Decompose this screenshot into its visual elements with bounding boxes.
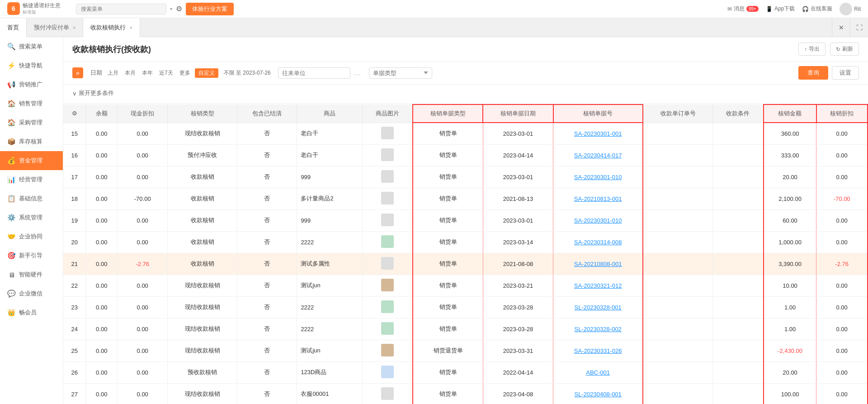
online-service-btn[interactable]: 🎧 在线客服 [802, 5, 832, 13]
sidebar-item-quicknav[interactable]: ⚡ 快捷导航 [0, 56, 63, 75]
cell-cash-discount: 0.00 [117, 231, 167, 253]
message-btn[interactable]: ✉ 消息 99+ [727, 5, 759, 13]
cell-verify-type: 现结收款核销 [168, 340, 237, 361]
cell-verify-voucher-no[interactable]: SA-20230321-012 [553, 275, 643, 296]
filter-collapse-btn[interactable]: » [72, 67, 83, 78]
th-verify-discount: 核销折扣 [816, 105, 868, 123]
th-config[interactable]: ⚙ [63, 105, 86, 123]
cell-verify-voucher-no[interactable]: SA-20230301-001 [553, 123, 643, 144]
sidebar-item-search[interactable]: 🔍 搜索菜单 [0, 37, 63, 56]
cell-verify-voucher-no[interactable]: SA-20230414-017 [553, 144, 643, 166]
cell-product-image [362, 318, 413, 340]
cell-verify-voucher-type: 销货单 [413, 166, 483, 188]
prev-month-link[interactable]: 上月 [106, 68, 120, 78]
gear-icon[interactable]: ⚙ [176, 5, 182, 13]
cell-include-settled: 否 [237, 318, 297, 340]
cell-product-image [362, 188, 413, 209]
settings-btn[interactable]: 设置 [832, 66, 859, 80]
cell-balance: 0.00 [86, 383, 117, 404]
cell-verify-voucher-no[interactable]: SL-20230408-001 [553, 383, 643, 404]
hardware-icon: 🖥 [7, 271, 15, 279]
th-verify-type: 核销类型 [168, 105, 237, 123]
sidebar-item-wechat[interactable]: 💬 企业微信 [0, 284, 63, 303]
sidebar-item-basic[interactable]: 📋 基础信息 [0, 189, 63, 208]
sidebar-item-purchase[interactable]: 🏠 采购管理 [0, 113, 63, 132]
user-area[interactable]: Rit [840, 3, 861, 15]
tab-home[interactable]: 首页 [0, 18, 27, 37]
cell-receipt-condition [713, 253, 764, 275]
sidebar-item-operations[interactable]: 📊 经营管理 [0, 170, 63, 189]
sidebar-item-marketing[interactable]: 📢 营销推广 [0, 75, 63, 94]
tab-close-btn[interactable]: ✕ [832, 18, 850, 37]
seven-days-link[interactable]: 近7天 [157, 68, 175, 78]
cell-product: 2222 [297, 318, 362, 340]
query-btn[interactable]: 查询 [798, 66, 828, 80]
cell-include-settled: 否 [237, 123, 297, 144]
cell-verify-discount: 0.00 [816, 296, 868, 318]
cell-verify-voucher-no[interactable]: SL-20230328-002 [553, 318, 643, 340]
cell-receipt-order-no [643, 144, 712, 166]
cell-verify-voucher-no[interactable]: SL-20230328-001 [553, 296, 643, 318]
cell-verify-voucher-no[interactable]: SA-20230301-010 [553, 209, 643, 231]
sidebar-item-collab[interactable]: 🤝 企业协同 [0, 227, 63, 246]
cell-verify-voucher-date: 2023-03-28 [483, 318, 553, 340]
cell-verify-voucher-no[interactable]: SA-20210813-001 [553, 188, 643, 209]
th-balance: 余额 [86, 105, 117, 123]
more-link[interactable]: 更多 [178, 68, 192, 78]
cell-verify-voucher-no[interactable]: SA-20230314-008 [553, 231, 643, 253]
cell-product-image [362, 166, 413, 188]
tab-prepayment-close[interactable]: × [73, 25, 75, 30]
cell-balance: 0.00 [86, 340, 117, 361]
app-download-btn[interactable]: 📱 App下载 [766, 5, 795, 13]
refresh-btn[interactable]: ↻ 刷新 [830, 43, 859, 56]
curr-year-link[interactable]: 本年 [140, 68, 155, 78]
cell-verify-voucher-type: 销货单 [413, 383, 483, 404]
top-search-input[interactable] [76, 4, 166, 14]
cell-verify-voucher-no[interactable]: SA-20230301-010 [553, 166, 643, 188]
customer-input[interactable] [278, 67, 350, 79]
sidebar-item-member[interactable]: 👑 畅会员 [0, 303, 63, 322]
export-btn[interactable]: ↑ 导出 [798, 43, 826, 56]
cell-verify-discount: 0.00 [816, 318, 868, 340]
voucher-type-select[interactable]: 单据类型 [369, 67, 432, 79]
logo-text: 畅捷通谱好生意 [23, 2, 61, 9]
cell-product-image [362, 296, 413, 318]
tab-prepayment[interactable]: 预付冲应付单 × [27, 18, 83, 37]
cell-verify-amount: 2,100.00 [764, 188, 816, 209]
tab-receipt-verify[interactable]: 收款核销执行 × [83, 18, 140, 37]
sidebar-item-inventory[interactable]: 📦 库存核算 [0, 132, 63, 151]
th-cash-discount: 现金折扣 [117, 105, 167, 123]
tab-receipt-verify-close[interactable]: × [129, 25, 132, 30]
cell-product: 测试jun [297, 340, 362, 361]
sidebar-item-sales[interactable]: 🏠 销售管理 [0, 94, 63, 113]
basic-icon: 📋 [7, 195, 15, 203]
expand-conditions-btn[interactable]: ∨ 展开更多条件 [72, 86, 859, 100]
cell-include-settled: 否 [237, 275, 297, 296]
cell-verify-voucher-type: 销货单 [413, 253, 483, 275]
custom-date-link[interactable]: 自定义 [195, 68, 218, 78]
sidebar-item-guide[interactable]: 🎯 新手引导 [0, 246, 63, 265]
sidebar-item-system[interactable]: ⚙️ 系统管理 [0, 208, 63, 227]
cell-verify-discount: -2.76 [816, 253, 868, 275]
industry-btn[interactable]: 体验行业方案 [186, 3, 234, 15]
sidebar-item-hardware[interactable]: 🖥 智能硬件 [0, 265, 63, 284]
curr-month-link[interactable]: 本月 [123, 68, 137, 78]
cell-rownum: 18 [63, 188, 86, 209]
cell-cash-discount: 0.00 [117, 383, 167, 404]
cell-rownum: 17 [63, 166, 86, 188]
logo-sub: 标准版 [23, 9, 61, 15]
sidebar-item-finance[interactable]: 💰 资金管理 [0, 151, 63, 170]
table-container[interactable]: ⚙ 余额 现金折扣 核销类型 包含已结清 商品 商品图片 核销单据类型 核销单据… [63, 104, 868, 404]
cell-verify-voucher-type: 销货退货单 [413, 340, 483, 361]
sidebar-label-finance: 资金管理 [19, 157, 42, 165]
cell-verify-voucher-no[interactable]: SA-20230331-026 [553, 340, 643, 361]
cell-verify-discount: 0.00 [816, 383, 868, 404]
cell-verify-voucher-no[interactable]: SA-20210808-001 [553, 253, 643, 275]
tab-maximize-btn[interactable]: ⛶ [850, 18, 868, 37]
cell-balance: 0.00 [86, 188, 117, 209]
page-actions: ↑ 导出 ↻ 刷新 [798, 43, 859, 56]
sales-icon: 🏠 [7, 100, 15, 108]
cell-include-settled: 否 [237, 188, 297, 209]
cell-verify-voucher-no[interactable]: ABC-001 [553, 361, 643, 383]
cell-verify-voucher-type: 销货单 [413, 123, 483, 144]
